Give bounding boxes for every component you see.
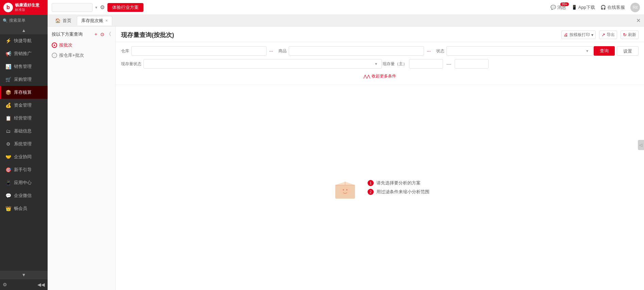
sidebar-item-system[interactable]: ⚙ 系统管理 (0, 138, 48, 150)
print-icon: 🖨 (564, 32, 568, 37)
refresh-label: 刷新 (628, 32, 636, 38)
sidebar-item-purchase[interactable]: 🛒 采购管理 (0, 73, 48, 86)
user-avatar-item[interactable]: Rit (630, 3, 640, 12)
sidebar-item-newbie[interactable]: 🎯 新手引导 (0, 163, 48, 176)
tab-home[interactable]: 🏠 首页 (51, 16, 75, 25)
stock-qty-dash: — (445, 61, 453, 67)
plan-label-by-warehouse-batch: 按仓库+批次 (59, 52, 84, 58)
settings-button[interactable]: 设置 (617, 46, 639, 56)
collapse-sidebar-icon[interactable]: ◀◀ (37, 282, 45, 287)
online-service-label: 在线客服 (607, 4, 625, 11)
sidebar-item-label: 企业微信 (14, 193, 32, 199)
app-version: 标准版 (15, 7, 39, 12)
wechat-icon: 💬 (5, 193, 11, 199)
user-name: Rit (633, 5, 638, 10)
plan-item-by-warehouse-batch[interactable]: ○ 按仓库+批次 (48, 50, 115, 60)
sidebar-item-enterprise[interactable]: 🤝 企业协同 (0, 150, 48, 163)
sidebar-item-label: 库存核算 (14, 89, 32, 95)
scroll-down-button[interactable]: ▼ (0, 271, 48, 279)
warehouse-input[interactable] (131, 46, 267, 56)
app-download-item[interactable]: 📱 App下载 (572, 4, 595, 11)
settings-icon[interactable]: ⚙ (3, 282, 7, 287)
close-all-tabs-icon[interactable]: ✕ (636, 17, 641, 24)
messages-item[interactable]: 💬 消息 99+ (550, 4, 566, 11)
sidebar-item-label: 采购管理 (14, 76, 32, 83)
collapse-panel-icon[interactable]: 《 (106, 31, 111, 37)
product-dots[interactable]: ··· (427, 48, 431, 54)
empty-illustration (330, 172, 361, 203)
tabbar: 🏠 首页 库存批次账 × ✕ (48, 15, 644, 26)
stock-status-select[interactable] (143, 59, 382, 69)
left-panel-actions: ＋ ⊙ 《 (94, 31, 111, 37)
status-filter: 状态 ▾ (436, 46, 588, 56)
topbar-search-input[interactable] (52, 3, 92, 12)
sidebar-item-label: 企业协同 (14, 154, 32, 160)
sidebar-item-label: 应用中心 (14, 180, 32, 186)
stock-qty-max-input[interactable] (455, 59, 489, 69)
sidebar-item-marketing[interactable]: 📢 营销推广 (0, 47, 48, 60)
print-dropdown-icon: ▾ (591, 33, 593, 37)
tab-inventory-batch[interactable]: 库存批次账 × (77, 16, 112, 25)
collapse-more-conditions[interactable]: ⋀⋀ 收起更多条件 (121, 72, 639, 80)
print-label: 按模板打印 (570, 32, 590, 38)
sidebar-search[interactable]: 🔍 搜索菜单 (0, 15, 48, 26)
tab-active-label: 库存批次账 (81, 18, 103, 24)
right-panel: 现存量查询(按批次) 🖨 按模板打印 ▾ ↗ 导出 ↻ 刷新 (116, 26, 644, 290)
purchase-icon: 🛒 (5, 76, 11, 83)
sidebar-item-label: 畅会员 (14, 205, 27, 212)
sidebar-title: 畅康通好生意 标准版 (15, 3, 39, 12)
svg-point-5 (343, 189, 344, 191)
export-btn[interactable]: ↗ 导出 (599, 31, 617, 39)
sidebar-item-inventory[interactable]: 📦 库存核算 (0, 86, 48, 99)
hint-num-2: 2 (368, 189, 374, 195)
sidebar-item-sales[interactable]: 📊 销售管理 (0, 60, 48, 73)
export-icon: ↗ (601, 32, 605, 37)
sidebar-item-finance[interactable]: 💰 资金管理 (0, 99, 48, 112)
stock-qty-label: 现存量（主） (383, 61, 407, 67)
stock-qty-min-input[interactable] (409, 59, 443, 69)
empty-hints: 1 请先选择要分析的方案 2 用过滤条件来缩小分析范围 (368, 180, 429, 195)
query-button[interactable]: 查询 (594, 46, 615, 56)
sidebar-item-label: 基础信息 (14, 128, 32, 134)
sidebar-item-wechat[interactable]: 💬 企业微信 (0, 189, 48, 202)
home-icon: 🏠 (55, 18, 61, 23)
page-header: 现存量查询(按批次) 🖨 按模板打印 ▾ ↗ 导出 ↻ 刷新 (116, 26, 644, 42)
refresh-btn[interactable]: ↻ 刷新 (621, 31, 639, 39)
industry-btn[interactable]: 体验行业方案 (107, 3, 143, 12)
add-plan-icon[interactable]: ＋ (94, 31, 98, 37)
online-service-item[interactable]: 🎧 在线客服 (600, 4, 625, 11)
warehouse-dots[interactable]: ··· (269, 48, 273, 54)
sidebar-item-basic[interactable]: 🗂 基础信息 (0, 125, 48, 138)
hint-num-1: 1 (368, 180, 374, 186)
edge-tab-icon: ◁ (639, 143, 643, 147)
sidebar-item-quick-nav[interactable]: ⚡ 快捷导航 (0, 34, 48, 47)
sidebar-footer: ⚙ ◀◀ (0, 279, 48, 290)
right-edge-tab[interactable]: ◁ (638, 140, 644, 150)
topbar-chevron-icon: ▾ (95, 5, 97, 10)
search-icon: 🔍 (3, 18, 8, 23)
tab-close-icon[interactable]: × (105, 18, 108, 23)
search-label: 搜索菜单 (9, 18, 26, 23)
stock-status-label: 现存量状态 (121, 61, 141, 67)
empty-hint-2: 2 用过滤条件来缩小分析范围 (368, 189, 429, 195)
print-btn[interactable]: 🖨 按模板打印 ▾ (561, 31, 596, 39)
sidebar-item-operation[interactable]: 📋 经营管理 (0, 112, 48, 125)
product-input[interactable] (289, 46, 424, 56)
operation-icon: 📋 (5, 115, 11, 121)
status-select[interactable] (446, 46, 593, 56)
topbar-gear-icon[interactable]: ⚙ (100, 4, 105, 11)
sidebar-item-appstore[interactable]: 📱 应用中心 (0, 176, 48, 189)
sidebar: b 畅康通好生意 标准版 🔍 搜索菜单 ▲ ⚡ 快捷导航 📢 营销推广 📊 销售… (0, 0, 48, 290)
filter-row-1: 仓库 ··· 商品 ··· 状态 (121, 46, 639, 56)
page-actions: 🖨 按模板打印 ▾ ↗ 导出 ↻ 刷新 (561, 31, 639, 39)
sidebar-item-label: 销售管理 (14, 64, 32, 70)
marketing-icon: 📢 (5, 51, 11, 57)
filter-area: 仓库 ··· 商品 ··· 状态 (116, 42, 644, 85)
topbar-right: 💬 消息 99+ 📱 App下载 🎧 在线客服 Rit (550, 3, 640, 12)
plan-settings-icon[interactable]: ⊙ (100, 32, 104, 37)
content-area: 按以下方案查询 ＋ ⊙ 《 ● 按批次 ○ 按仓库+批次 现存量查询(按批次) (48, 26, 644, 290)
sidebar-item-vip[interactable]: 👑 畅会员 (0, 202, 48, 215)
stock-qty-filter: 现存量（主） — (383, 59, 639, 69)
plan-item-by-batch[interactable]: ● 按批次 (48, 40, 115, 50)
scroll-up-button[interactable]: ▲ (0, 26, 48, 34)
